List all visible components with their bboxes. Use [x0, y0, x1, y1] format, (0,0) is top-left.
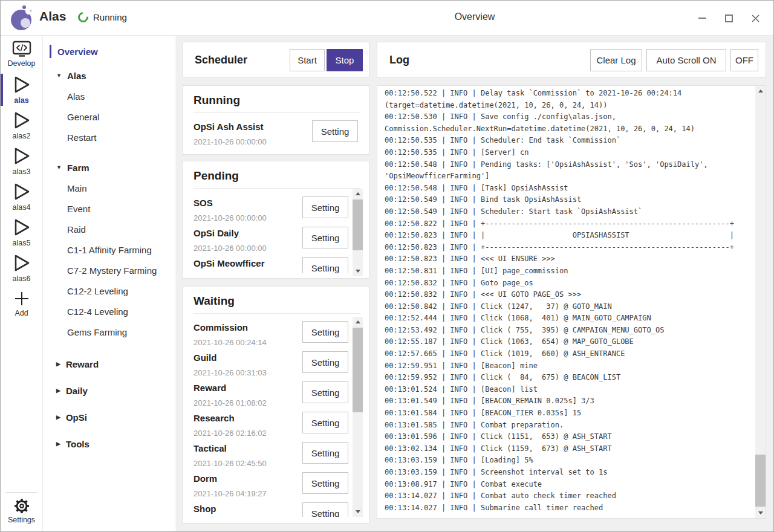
waiting-title: Waiting	[183, 287, 369, 313]
config-nav: Overview ▼ Alas Alas General Restart ▼ F…	[43, 36, 175, 531]
setting-button[interactable]: Setting	[302, 442, 348, 464]
scroll-down-button[interactable]	[353, 507, 363, 517]
scrollbar-thumb[interactable]	[353, 199, 363, 250]
nav-group-opsi[interactable]: ▶ OpSi	[43, 404, 175, 430]
running-title: Running	[183, 86, 369, 112]
play-icon	[13, 253, 31, 273]
nav-group-alas[interactable]: ▼ Alas	[43, 65, 175, 86]
task-row: Research 2021-10-26 02:16:02 Setting	[194, 411, 348, 441]
log-line: 00:13:03.159 | INFO | Screenshot interva…	[385, 467, 746, 479]
sidebar-item-alas3[interactable]: alas3	[1, 143, 42, 179]
setting-button[interactable]: Setting	[302, 257, 348, 273]
log-line: 00:12:50.823 | INFO | +-----------------…	[385, 242, 746, 254]
start-button[interactable]: Start	[290, 49, 325, 71]
pending-task-list: SOS 2021-10-26 00:00:00 Setting OpSi Dai…	[194, 196, 348, 273]
running-task-list: OpSi Ash Assist 2021-10-26 00:00:00 Sett…	[194, 120, 358, 151]
log-line: 00:12:50.823 | INFO | <<< UI ENSURE >>>	[385, 253, 746, 265]
setting-button[interactable]: Setting	[302, 412, 348, 433]
setting-button[interactable]: Setting	[302, 381, 348, 403]
nav-item-label: Overview	[57, 47, 98, 57]
nav-item-restart[interactable]: Restart	[43, 127, 175, 148]
setting-button[interactable]: Setting	[302, 196, 348, 218]
sidebar-item-label: alas5	[13, 239, 31, 247]
sidebar-item-label: Add	[15, 309, 28, 317]
log-line: 00:12:50.549 | INFO | Scheduler: Start t…	[385, 206, 746, 218]
scroll-down-button[interactable]	[755, 508, 766, 518]
log-line: 00:13:14.027 | INFO | Combat auto check …	[385, 490, 746, 502]
sidebar-item-label: Settings	[8, 516, 35, 524]
task-row: Shop Setting	[194, 502, 348, 517]
code-monitor-icon	[11, 41, 32, 57]
task-name: Dorm	[194, 472, 296, 486]
nav-item-event[interactable]: Event	[43, 198, 175, 219]
setting-button[interactable]: Setting	[302, 351, 348, 373]
setting-button[interactable]: Setting	[312, 120, 358, 142]
sidebar-item-develop[interactable]: Develop	[1, 36, 42, 72]
nav-item-general[interactable]: General	[43, 106, 175, 127]
nav-group-tools[interactable]: ▶ Tools	[43, 430, 175, 457]
nav-group-reward[interactable]: ▶ Reward	[43, 351, 175, 377]
task-next-run-time: 2021-10-26 01:08:02	[194, 395, 296, 410]
waiting-scrollbar[interactable]	[353, 317, 363, 517]
nav-group-farm[interactable]: ▼ Farm	[43, 157, 175, 178]
plus-icon	[13, 290, 30, 307]
log-line: 00:12:50.823 | INFO | | OPSIASHASSIST |	[385, 230, 746, 242]
nav-item-c12-2-leveling[interactable]: C12-2 Leveling	[43, 281, 175, 301]
task-row: Tactical 2021-10-26 02:45:50 Setting	[194, 441, 348, 472]
log-line: 00:13:02.134 | INFO | Click (1159, 673) …	[385, 443, 746, 455]
scroll-down-icon	[356, 270, 360, 273]
auto-scroll-off-button[interactable]: OFF	[730, 49, 758, 71]
log-header-panel: Log Clear Log Auto Scroll ON OFF	[377, 42, 766, 78]
log-line: 00:12:50.842 | INFO | Click (1247, 37) @…	[385, 301, 746, 313]
nav-item-main[interactable]: Main	[43, 178, 175, 198]
auto-scroll-on-button[interactable]: Auto Scroll ON	[646, 49, 726, 71]
minimize-button[interactable]	[689, 5, 715, 31]
pending-scrollbar[interactable]	[353, 189, 363, 276]
nav-item-c1-1-affinity-farming[interactable]: C1-1 Affinity Farming	[43, 239, 175, 260]
setting-button[interactable]: Setting	[302, 502, 348, 517]
sidebar-item-alas6[interactable]: alas6	[1, 250, 42, 286]
sidebar-item-add[interactable]: Add	[1, 286, 42, 322]
setting-button[interactable]: Setting	[302, 472, 348, 494]
clear-log-button[interactable]: Clear Log	[590, 49, 642, 71]
stop-button[interactable]: Stop	[327, 49, 363, 71]
nav-item-c7-2-mystery-farming[interactable]: C7-2 Mystery Farming	[43, 260, 175, 281]
sidebar-item-alas[interactable]: alas	[1, 72, 42, 108]
log-line: 00:12:57.665 | INFO | Click (1019, 660) …	[385, 348, 746, 360]
nav-group-daily[interactable]: ▶ Daily	[43, 377, 175, 404]
scheduler-status-label: Running	[93, 12, 127, 22]
scroll-up-button[interactable]	[755, 86, 766, 96]
sidebar-item-settings[interactable]: Settings	[5, 492, 37, 531]
pending-panel: Pending SOS 2021-10-26 00:00:00 Setting …	[182, 161, 369, 279]
task-next-run-time: 2021-10-26 02:45:50	[194, 456, 296, 471]
running-panel: Running OpSi Ash Assist 2021-10-26 00:00…	[182, 85, 369, 155]
log-line: 00:13:01.524 | INFO | [Beacon] list	[385, 384, 746, 396]
nav-item-overview[interactable]: Overview	[43, 42, 175, 60]
scroll-up-icon	[356, 320, 360, 323]
scroll-up-button[interactable]	[353, 317, 363, 327]
nav-item-raid[interactable]: Raid	[43, 219, 175, 239]
log-line: 00:12:50.548 | INFO | [Task] OpsiAshAssi…	[385, 183, 746, 195]
nav-group-label: Tools	[66, 439, 89, 449]
task-next-run-time: 2021-10-26 00:00:00	[194, 241, 296, 256]
scrollbar-thumb[interactable]	[755, 455, 766, 507]
task-next-run-time: 2021-10-26 00:24:14	[194, 335, 296, 350]
task-next-run-time: 2021-10-26 00:00:00	[194, 210, 296, 225]
sidebar-item-alas2[interactable]: alas2	[1, 108, 42, 143]
sidebar-item-alas5[interactable]: alas5	[1, 215, 42, 250]
scrollbar-thumb[interactable]	[353, 328, 363, 412]
maximize-button[interactable]	[715, 5, 742, 31]
nav-item-gems-farming[interactable]: Gems Farming	[43, 322, 175, 342]
scroll-down-button[interactable]	[353, 266, 363, 276]
sidebar-item-alas4[interactable]: alas4	[1, 179, 42, 215]
close-button[interactable]	[742, 5, 769, 31]
nav-item-c12-4-leveling[interactable]: C12-4 Leveling	[43, 301, 175, 322]
running-spinner-icon	[76, 10, 91, 25]
setting-button[interactable]: Setting	[302, 321, 348, 343]
nav-item-alas[interactable]: Alas	[43, 86, 175, 106]
log-line: 00:12:50.535 | INFO | Scheduler: End tas…	[385, 135, 746, 147]
task-name: SOS	[194, 196, 296, 210]
scroll-up-button[interactable]	[353, 189, 363, 199]
setting-button[interactable]: Setting	[302, 227, 348, 248]
log-scrollbar[interactable]	[755, 86, 766, 518]
